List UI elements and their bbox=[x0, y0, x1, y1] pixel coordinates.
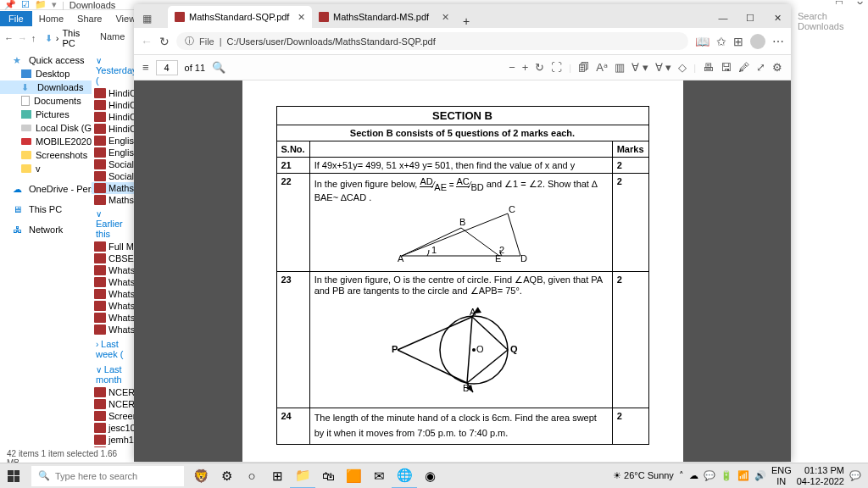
two-page-icon[interactable]: ▥ bbox=[615, 61, 625, 74]
col-name[interactable]: Name bbox=[100, 31, 125, 42]
list-item[interactable]: Full Ma bbox=[92, 241, 134, 252]
battery-icon[interactable]: 🔋 bbox=[721, 470, 732, 481]
collections-icon[interactable]: ⊞ bbox=[733, 35, 743, 48]
volume-icon[interactable]: 🔊 bbox=[754, 470, 766, 481]
list-item[interactable]: English bbox=[92, 135, 134, 147]
settings-icon[interactable]: ⚙ bbox=[772, 61, 782, 74]
chrome-icon[interactable]: ◉ bbox=[417, 463, 442, 489]
profile-icon[interactable] bbox=[750, 34, 765, 49]
edge-icon[interactable]: 🌐 bbox=[392, 463, 417, 489]
page-view-icon[interactable]: 🗐 bbox=[578, 61, 589, 74]
app-icon[interactable]: 🟧 bbox=[341, 463, 366, 489]
list-item[interactable]: WhatsA bbox=[92, 288, 134, 300]
list-item[interactable]: WhatsA bbox=[92, 276, 134, 288]
app-icon[interactable]: 🦁 bbox=[188, 463, 214, 489]
search-input[interactable]: Search Downloads bbox=[791, 4, 868, 38]
minimize-icon[interactable]: — bbox=[709, 8, 737, 28]
explorer-icon[interactable]: 📁 bbox=[290, 463, 315, 489]
list-item[interactable]: WhatsA bbox=[92, 324, 134, 336]
erase-icon[interactable]: ◇ bbox=[678, 61, 687, 74]
weather[interactable]: ☀ 26°C Sunny bbox=[613, 470, 674, 481]
cortana-icon[interactable]: ○ bbox=[239, 463, 264, 489]
lang[interactable]: ENGIN bbox=[771, 465, 792, 485]
group-lastmonth[interactable]: ∨ Last month bbox=[92, 361, 134, 386]
list-item[interactable]: HindiCo bbox=[92, 99, 134, 111]
q-text: If 49x+51y= 499, 51 x+49 y= 501, then fi… bbox=[309, 158, 612, 174]
svg-line-1 bbox=[402, 214, 508, 256]
list-item[interactable]: NCERT bbox=[92, 398, 134, 410]
list-item[interactable]: CBSE-C bbox=[92, 252, 134, 264]
save-icon[interactable]: 🖫 bbox=[721, 61, 732, 74]
clock[interactable]: 01:13 PM04-12-2022 bbox=[797, 465, 844, 485]
list-item[interactable]: WhatsA bbox=[92, 300, 134, 312]
draw-icon[interactable]: ∀ ▾ bbox=[632, 61, 648, 74]
list-item[interactable]: English bbox=[92, 147, 134, 158]
group-lastweek[interactable]: › Last week ( bbox=[92, 336, 134, 361]
favorite-icon[interactable]: ✩ bbox=[716, 35, 726, 48]
zoom-in-icon[interactable]: + bbox=[522, 61, 529, 74]
pdf-icon bbox=[94, 183, 106, 193]
read-icon[interactable]: Aᵃ bbox=[596, 61, 608, 74]
pic-icon bbox=[21, 110, 31, 119]
search-icon[interactable]: 🔍 bbox=[212, 61, 225, 74]
taskbar-search[interactable]: 🔍 Type here to search bbox=[31, 466, 184, 486]
zoom-out-icon[interactable]: − bbox=[509, 61, 515, 74]
fwd-icon[interactable]: → bbox=[18, 33, 28, 43]
close-tab-icon[interactable]: ✕ bbox=[298, 12, 305, 23]
print-icon[interactable]: 🖶 bbox=[703, 61, 714, 74]
taskview-icon[interactable]: ⊞ bbox=[264, 463, 290, 489]
fullscreen-icon[interactable]: ⤢ bbox=[756, 61, 765, 74]
browser-tab-2[interactable]: MathsStandard-MS.pdf ✕ bbox=[312, 6, 456, 28]
close-icon[interactable]: ✕ bbox=[764, 8, 791, 28]
list-item[interactable]: MathsS bbox=[92, 182, 134, 194]
q-text: In the given figure, O is the centre of … bbox=[309, 272, 612, 408]
saveas-icon[interactable]: 🖉 bbox=[738, 61, 749, 74]
start-button[interactable] bbox=[0, 463, 27, 489]
ribbon-share[interactable]: Share bbox=[70, 11, 108, 26]
list-item[interactable]: NCERT bbox=[92, 386, 134, 398]
list-item[interactable]: jesc104 bbox=[92, 422, 134, 434]
menu-icon[interactable]: ⋯ bbox=[772, 35, 784, 48]
refresh-icon[interactable]: ↻ bbox=[159, 35, 170, 48]
app-icon[interactable]: ⚙ bbox=[214, 463, 239, 489]
network-icon: 🖧 bbox=[13, 225, 25, 235]
svg-text:P: P bbox=[392, 344, 398, 354]
breadcrumb-root[interactable]: This PC bbox=[62, 28, 95, 48]
list-item[interactable]: SocialSc bbox=[92, 170, 134, 182]
rotate-icon[interactable]: ↻ bbox=[535, 61, 544, 74]
new-tab-icon[interactable]: + bbox=[456, 14, 476, 28]
notifications-icon[interactable]: 💬 bbox=[849, 470, 861, 481]
up-icon[interactable]: ↑ bbox=[31, 33, 42, 43]
ribbon-file[interactable]: File bbox=[0, 11, 32, 26]
list-item[interactable]: WhatsA bbox=[92, 312, 134, 324]
list-item[interactable]: WhatsA bbox=[92, 264, 134, 276]
list-item[interactable]: MathsS bbox=[92, 194, 134, 206]
list-item[interactable]: SocialSc bbox=[92, 158, 134, 170]
list-item[interactable]: HindiCo bbox=[92, 87, 134, 99]
back-icon[interactable]: ← bbox=[141, 35, 153, 48]
contents-icon[interactable]: ≡ bbox=[142, 61, 149, 74]
ribbon-home[interactable]: Home bbox=[32, 11, 70, 26]
page-input[interactable] bbox=[156, 60, 178, 75]
list-item[interactable]: HindiCo bbox=[92, 111, 134, 123]
tab-actions-icon[interactable]: ▦ bbox=[142, 13, 152, 25]
store-icon[interactable]: 🛍 bbox=[315, 463, 341, 489]
onedrive-icon[interactable]: ☁ bbox=[689, 470, 698, 481]
browser-tab-1[interactable]: MathsStandard-SQP.pdf ✕ bbox=[168, 6, 312, 28]
list-item[interactable]: Screens bbox=[92, 410, 134, 422]
close-tab-icon[interactable]: ✕ bbox=[442, 12, 449, 23]
highlight-icon[interactable]: ∀ ▾ bbox=[655, 61, 672, 74]
list-item[interactable]: jemh10 bbox=[92, 434, 134, 446]
read-aloud-icon[interactable]: 📖 bbox=[695, 35, 709, 48]
group-yesterday[interactable]: ∨ Yesterday ( bbox=[92, 53, 134, 87]
group-earlier[interactable]: ∨ Earlier this bbox=[92, 206, 134, 241]
maximize-icon[interactable]: ☐ bbox=[737, 8, 764, 28]
address-bar[interactable]: ⓘ File | C:/Users/user/Downloads/MathsSt… bbox=[176, 32, 688, 50]
mail-icon[interactable]: ✉ bbox=[366, 463, 392, 489]
wifi-icon[interactable]: 📶 bbox=[737, 470, 749, 481]
chevron-up-icon[interactable]: ˄ bbox=[679, 470, 684, 481]
back-icon[interactable]: ← bbox=[4, 33, 14, 43]
fit-page-icon[interactable]: ⛶ bbox=[551, 61, 562, 74]
list-item[interactable]: HindiCo bbox=[92, 123, 134, 135]
meet-icon[interactable]: 💬 bbox=[704, 470, 715, 481]
